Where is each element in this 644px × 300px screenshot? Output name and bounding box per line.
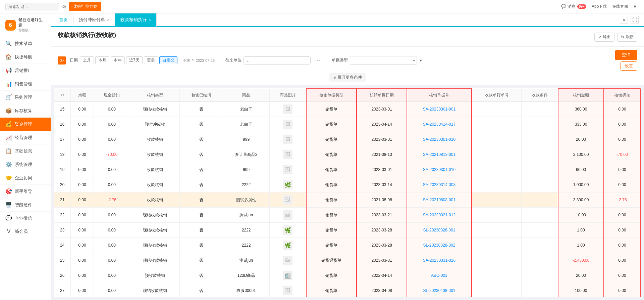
cell-include-settled: 否 — [180, 147, 223, 162]
tab-expand-btn[interactable]: ⛶ — [631, 16, 639, 24]
date-btn-this-month[interactable]: 本月 — [95, 56, 109, 64]
sidebar-item-label: 基础信息 — [15, 148, 32, 154]
gear-icon[interactable]: ⚙ — [62, 3, 66, 10]
export-btn[interactable]: ↗ 导出 — [594, 33, 614, 42]
chevron-down-icon: ∨ — [333, 75, 336, 80]
sidebar-item-wechat[interactable]: 💬 企业微信 — [0, 212, 51, 225]
sidebar-item-inventory[interactable]: 📦 库存核算 — [0, 104, 51, 118]
sidebar-item-label: 搜索菜单 — [15, 41, 32, 47]
cell-goods-img: 🏔 — [270, 253, 306, 268]
cell-goods-img: 🌿 — [270, 177, 306, 192]
tab-collection[interactable]: 收款核销执行 × — [115, 13, 157, 27]
cell-bill-report-no[interactable]: SA-20230301-010 — [407, 132, 471, 147]
cell-bill-report-no[interactable]: SA-20230331-026 — [407, 253, 471, 268]
cell-bill-report-no[interactable]: SL-20230408-001 — [407, 283, 471, 298]
tab-close-btn[interactable]: × — [620, 16, 628, 24]
tab-prepay[interactable]: 预付冲应付单 × — [73, 13, 115, 27]
tab-prepay-close[interactable]: × — [107, 17, 109, 22]
query-btn[interactable]: 查询 — [615, 50, 637, 60]
cell-balance: 0.00 — [71, 208, 94, 223]
top-search-input[interactable] — [5, 3, 59, 10]
sidebar-item-finance[interactable]: 💰 资金管理 — [0, 118, 51, 131]
cell-payment-terms — [522, 268, 558, 283]
sidebar-item-member[interactable]: V 畅会员 — [0, 225, 51, 238]
th-payment-terms: 收款条件 — [522, 89, 558, 102]
table-row: 16 0.00 0.00 预付冲应收 否 老白干 🖼 销货单 2023-04-1… — [54, 117, 641, 132]
sidebar-item-quick-nav[interactable]: 🏠 快捷导航 — [0, 50, 51, 64]
user-name: Rit — [634, 4, 639, 9]
cell-num: 27 — [54, 283, 71, 298]
cell-collection-order-no — [472, 117, 522, 132]
expand-more-btn[interactable]: ∨ 展开更多条件 — [329, 73, 366, 82]
cell-bill-report-no[interactable]: SA-20210813-001 — [407, 147, 471, 162]
partner-input[interactable] — [244, 56, 311, 65]
cell-cash-discount: 0.00 — [94, 117, 130, 132]
cell-bill-report-no[interactable]: SA-20230301-001 — [407, 102, 471, 117]
sidebar-item-sales[interactable]: 📊 销售管理 — [0, 77, 51, 91]
tab-collection-close[interactable]: × — [149, 17, 151, 22]
cell-collection-order-no — [472, 102, 522, 117]
cell-verify-discount: 0.00 — [604, 238, 641, 253]
refresh-btn[interactable]: ↻ 刷新 — [617, 33, 637, 42]
sidebar-item-label: 快捷导航 — [15, 54, 32, 60]
sidebar-item-system[interactable]: ⚙️ 系统管理 — [0, 158, 51, 171]
cell-collection-order-no — [472, 223, 522, 238]
sidebar-item-guide[interactable]: 🎯 新手引导 — [0, 185, 51, 198]
cell-bill-report-no[interactable]: ABC-001 — [407, 268, 471, 283]
cell-collection-order-no — [472, 238, 522, 253]
cell-goods-img: 🖼 — [270, 283, 306, 298]
sidebar-item-base-info[interactable]: 📋 基础信息 — [0, 144, 51, 158]
cell-verify-amount: -2,430.00 — [558, 253, 604, 268]
sidebar-item-purchase[interactable]: 🛒 采购管理 — [0, 91, 51, 104]
sidebar-item-operation[interactable]: 📈 经营管理 — [0, 131, 51, 144]
tab-home[interactable]: 首页 — [54, 13, 73, 27]
cell-verify-type: 现结收款核销 — [130, 223, 180, 238]
message-badge: 99+ — [577, 4, 586, 9]
cell-include-settled: 否 — [180, 253, 223, 268]
filter-expand-btn[interactable]: ≫ — [58, 56, 66, 65]
sidebar-item-hardware[interactable]: 🖥️ 智能硬件 — [0, 198, 51, 212]
app-download-link[interactable]: App下载 — [592, 4, 607, 9]
cell-payment-terms — [522, 177, 558, 192]
sidebar-item-marketing[interactable]: 📢 营销推广 — [0, 64, 51, 77]
cell-bill-report-type: 销货单 — [306, 223, 357, 238]
th-cash-discount: 现金折扣 — [94, 89, 130, 102]
date-btn-custom[interactable]: 自定义 — [159, 56, 177, 64]
cell-payment-terms — [522, 208, 558, 223]
wechat-icon: 💬 — [5, 215, 12, 221]
cell-num: 20 — [54, 177, 71, 192]
cell-verify-amount: 333.00 — [558, 117, 604, 132]
date-btn-more[interactable]: 更多 — [144, 56, 158, 64]
th-gear[interactable]: ⚙ — [54, 89, 71, 102]
bill-type-select[interactable] — [350, 56, 417, 65]
cell-num: 15 — [54, 102, 71, 117]
cell-verify-amount: 360.00 — [558, 102, 604, 117]
cell-verify-amount: 20.00 — [558, 268, 604, 283]
cell-bill-report-no[interactable]: SA-20210808-001 — [407, 192, 471, 208]
online-service-link[interactable]: 在线客服 — [612, 4, 628, 9]
sidebar-item-label: 经营管理 — [15, 135, 32, 141]
cell-num: 18 — [54, 147, 71, 162]
sidebar-item-search[interactable]: 🔍 搜索菜单 — [0, 37, 51, 50]
cell-bill-report-no[interactable]: SL-20230328-002 — [407, 238, 471, 253]
cell-balance: 0.00 — [71, 102, 94, 117]
cell-cash-discount: 0.00 — [94, 208, 130, 223]
cell-bill-report-no[interactable]: SL-20230328-001 — [407, 223, 471, 238]
cell-verify-type: 收款核销 — [130, 147, 180, 162]
cell-bill-report-no[interactable]: SA-20230301-010 — [407, 162, 471, 177]
cell-bill-report-no[interactable]: SA-20230414-017 — [407, 117, 471, 132]
date-btn-7days[interactable]: 近7天 — [126, 56, 143, 64]
settings-btn[interactable]: 设置 — [621, 61, 637, 71]
cell-bill-report-type: 销货单 — [306, 192, 357, 208]
industry-btn[interactable]: 休验行业方案 — [69, 2, 101, 11]
cell-bill-report-no[interactable]: SA-20230321-012 — [407, 208, 471, 223]
cell-verify-discount: -2.76 — [604, 192, 641, 208]
table-row: 23 0.00 0.00 现结收款核销 否 2222 🌿 销货单 2023-03… — [54, 223, 641, 238]
cell-bill-report-no[interactable]: SA-20230314-008 — [407, 177, 471, 192]
date-btn-this-year[interactable]: 本年 — [111, 56, 125, 64]
th-bill-report-type: 核销单据类型 — [306, 89, 357, 102]
date-btn-last-month[interactable]: 上月 — [80, 56, 94, 64]
cell-verify-type: 现结收款核销 — [130, 102, 180, 117]
message-item[interactable]: 💬 消息 99+ — [561, 4, 586, 9]
sidebar-item-enterprise[interactable]: 🤝 企业协同 — [0, 171, 51, 185]
